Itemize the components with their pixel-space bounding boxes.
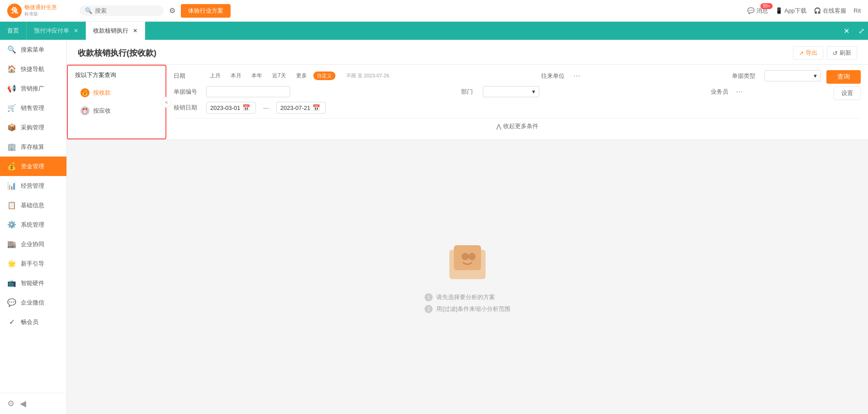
online-service-btn[interactable]: 🎧 在线客服 bbox=[814, 7, 846, 15]
calendar-start-icon: 📅 bbox=[242, 104, 250, 111]
date-btn-this-year[interactable]: 本年 bbox=[248, 71, 266, 81]
empty-state: 1 请先选择要分析的方案 2 用[过滤]条件来缩小分析范围 bbox=[67, 140, 868, 414]
dept-select[interactable]: ▾ bbox=[483, 86, 539, 97]
verify-date-start[interactable]: 2023-03-01 📅 bbox=[206, 102, 256, 114]
sidebar: 🔍 搜索菜单 🏠 快捷导航 📢 营销推广 🛒 销售管理 📦 采购管理 🏢 库存核… bbox=[0, 40, 67, 414]
tabbar: 首页 预付冲应付单 ✕ 收款核销执行 ✕ ✕ ⤢ bbox=[0, 22, 868, 40]
export-btn[interactable]: ↗ 导出 bbox=[793, 46, 823, 60]
filter-row-date: 日期 上月 本月 本年 近7天 更多 自定义 不限 至 2023-07-26 bbox=[174, 70, 821, 81]
search-box[interactable]: 🔍 bbox=[80, 5, 164, 16]
vip-icon: ✓ bbox=[7, 318, 16, 326]
sidebar-item-wechat[interactable]: 💬 企业微信 bbox=[0, 293, 66, 312]
user-name[interactable]: Rit bbox=[854, 7, 861, 14]
query-btn[interactable]: 查询 bbox=[826, 70, 861, 84]
wechat-icon: 💬 bbox=[7, 298, 16, 307]
sidebar-item-inventory[interactable]: 🏢 库存核算 bbox=[0, 137, 66, 157]
date-btn-more[interactable]: 更多 bbox=[292, 71, 311, 81]
query-type-panel: 按以下方案查询 💰 按收款 ⏰ 按应收 « bbox=[67, 65, 166, 139]
calendar-end-icon: 📅 bbox=[312, 104, 320, 111]
export-icon: ↗ bbox=[799, 50, 804, 57]
bill-no-input[interactable] bbox=[206, 86, 290, 97]
operations-icon: 📊 bbox=[7, 181, 16, 190]
logo: 兔 畅捷通好生意 标准版 bbox=[7, 4, 74, 18]
tabbar-expand[interactable]: ⤢ bbox=[855, 27, 868, 35]
sidebar-item-quick-nav[interactable]: 🏠 快捷导航 bbox=[0, 59, 66, 79]
sidebar-item-system[interactable]: ⚙️ 系统管理 bbox=[0, 215, 66, 234]
bill-no-label: 单据编号 bbox=[174, 88, 199, 96]
main-layout: 🔍 搜索菜单 🏠 快捷导航 📢 营销推广 🛒 销售管理 📦 采购管理 🏢 库存核… bbox=[0, 40, 868, 414]
sidebar-item-vip[interactable]: ✓ 畅会员 bbox=[0, 312, 66, 332]
messages-badge: 99+ bbox=[760, 3, 773, 9]
search-menu-icon: 🔍 bbox=[7, 45, 16, 54]
tab-prepaid-close[interactable]: ✕ bbox=[74, 28, 78, 34]
sidebar-item-smart-hardware[interactable]: 📺 智能硬件 bbox=[0, 273, 66, 293]
sidebar-item-purchase[interactable]: 📦 采购管理 bbox=[0, 118, 66, 137]
filter-panel: 按以下方案查询 💰 按收款 ⏰ 按应收 « 日 bbox=[67, 65, 868, 140]
sidebar-item-enterprise[interactable]: 🏬 企业协同 bbox=[0, 234, 66, 254]
sidebar-item-marketing[interactable]: 📢 营销推广 bbox=[0, 79, 66, 98]
date-btn-7days[interactable]: 近7天 bbox=[269, 71, 290, 81]
sidebar-bottom: ⚙ ◀ bbox=[0, 393, 66, 414]
system-icon: ⚙️ bbox=[7, 220, 16, 229]
page-header: 收款核销执行(按收款) ↗ 导出 ↺ 刷新 bbox=[67, 40, 868, 65]
basic-info-icon: 📋 bbox=[7, 201, 16, 209]
tab-prepaid[interactable]: 预付冲应付单 ✕ bbox=[27, 22, 86, 40]
tab-collection[interactable]: 收款核销执行 ✕ bbox=[86, 22, 145, 40]
settings-icon[interactable]: ⚙ bbox=[7, 399, 14, 409]
content: 收款核销执行(按收款) ↗ 导出 ↺ 刷新 按以下方案查询 💰 按收款 bbox=[67, 40, 868, 414]
sidebar-item-sales[interactable]: 🛒 销售管理 bbox=[0, 98, 66, 118]
bill-type-select[interactable]: ▾ bbox=[764, 70, 821, 81]
date-btn-last-month[interactable]: 上月 bbox=[206, 71, 224, 81]
empty-hint-1: 1 请先选择要分析的方案 bbox=[425, 293, 510, 301]
verify-date-label: 核销日期 bbox=[174, 104, 199, 112]
dept-label: 部门 bbox=[461, 88, 476, 96]
svg-point-3 bbox=[468, 253, 476, 260]
date-options: 上月 本月 本年 近7天 更多 自定义 bbox=[206, 71, 335, 81]
chevron-up-icon: ⋀ bbox=[496, 123, 501, 130]
sidebar-item-guide[interactable]: 🌟 新手引导 bbox=[0, 254, 66, 273]
filter-row-bill: 单据编号 部门 ▾ 业务员 ··· bbox=[174, 86, 821, 97]
messages-btn[interactable]: 💬 消息 99+ bbox=[747, 7, 768, 15]
tab-collection-close[interactable]: ✕ bbox=[133, 28, 137, 34]
phone-icon: 📱 bbox=[775, 7, 783, 14]
sidebar-item-operations[interactable]: 📊 经营管理 bbox=[0, 176, 66, 195]
collapse-more-btn[interactable]: ⋀ 收起更多条件 bbox=[174, 118, 861, 134]
tab-home[interactable]: 首页 bbox=[0, 22, 27, 40]
filter-settings-btn[interactable]: 设置 bbox=[834, 86, 861, 100]
date-custom-badge[interactable]: 自定义 bbox=[313, 71, 335, 80]
search-icon: 🔍 bbox=[85, 7, 92, 14]
app-download-btn[interactable]: 📱 App下载 bbox=[775, 7, 807, 15]
verify-date-end[interactable]: 2023-07-21 📅 bbox=[276, 102, 326, 114]
guide-icon: 🌟 bbox=[7, 259, 16, 268]
partner-label: 往来单位 bbox=[541, 72, 566, 80]
message-icon: 💬 bbox=[747, 7, 755, 14]
query-by-collection[interactable]: 💰 按收款 bbox=[75, 85, 158, 101]
empty-illustration bbox=[440, 241, 495, 286]
filter-row-verify: 核销日期 2023-03-01 📅 — 2023-07-21 📅 bbox=[174, 102, 821, 114]
topbar: 兔 畅捷通好生意 标准版 🔍 ⚙ 体验行业方案 💬 消息 99+ 📱 App下载… bbox=[0, 0, 868, 22]
staff-input[interactable]: ··· bbox=[736, 87, 743, 96]
date-btn-this-month[interactable]: 本月 bbox=[227, 71, 245, 81]
refresh-btn[interactable]: ↺ 刷新 bbox=[827, 46, 857, 60]
partner-input[interactable]: ··· bbox=[574, 71, 580, 81]
sidebar-item-basic-info[interactable]: 📋 基础信息 bbox=[0, 195, 66, 215]
industry-btn[interactable]: 体验行业方案 bbox=[181, 4, 231, 18]
tabbar-close[interactable]: ✕ bbox=[838, 27, 855, 35]
filter-actions: 查询 设置 bbox=[826, 70, 861, 100]
search-input[interactable] bbox=[95, 7, 158, 14]
bill-type-label: 单据类型 bbox=[732, 72, 757, 80]
gear-icon[interactable]: ⚙ bbox=[169, 6, 175, 15]
collapse-panel-btn[interactable]: « bbox=[161, 97, 172, 108]
query-by-receivable[interactable]: ⏰ 按应收 bbox=[75, 103, 158, 119]
logo-icon: 兔 bbox=[7, 4, 22, 18]
empty-svg bbox=[440, 241, 495, 286]
date-sub-text: 不限 至 2023-07-26 bbox=[346, 72, 389, 79]
page-header-actions: ↗ 导出 ↺ 刷新 bbox=[793, 46, 857, 60]
sidebar-item-search-menu[interactable]: 🔍 搜索菜单 bbox=[0, 40, 66, 59]
sidebar-item-finance[interactable]: 💰 资金管理 bbox=[0, 157, 66, 176]
date-label: 日期 bbox=[174, 72, 199, 80]
query-type-title: 按以下方案查询 bbox=[75, 71, 158, 79]
sales-icon: 🛒 bbox=[7, 104, 16, 112]
chevron-down-icon: ▾ bbox=[814, 72, 817, 79]
collapse-sidebar-icon[interactable]: ◀ bbox=[20, 399, 26, 409]
